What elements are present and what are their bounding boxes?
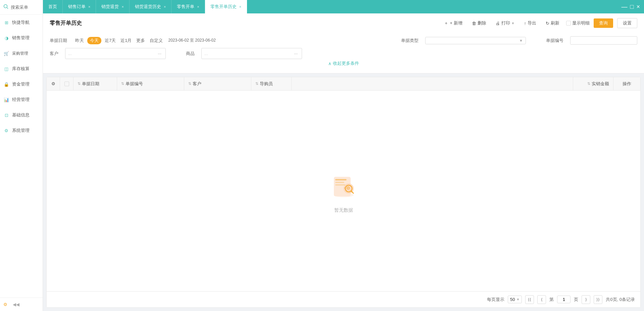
print-button[interactable]: 🖨 打印 ▼ — [493, 19, 517, 28]
filter-row-1: 单据日期 昨天 今天 近7天 近1月 更多 自定义 2023-06-02 至 2… — [50, 36, 637, 45]
th-checkbox[interactable] — [60, 77, 73, 90]
settings-button[interactable]: 设置 — [617, 18, 637, 28]
window-controls: — □ × — [622, 0, 644, 13]
sidebar-item-kuaijie[interactable]: ⊞ 快捷导航 — [0, 15, 43, 30]
sidebar-item-label: 资金管理 — [12, 81, 30, 87]
date-label: 单据日期 — [50, 38, 67, 44]
sidebar-item-kucun[interactable]: ◫ 库存核算 — [0, 61, 43, 76]
window-close[interactable]: × — [636, 3, 640, 10]
goods-ellipsis[interactable]: ··· — [293, 50, 299, 57]
show-detail-checkbox[interactable]: 显示明细 — [566, 20, 590, 26]
tab-retail-open[interactable]: 零售开单 × — [171, 0, 205, 13]
date-opt-1month[interactable]: 近1月 — [119, 37, 133, 44]
th-date[interactable]: ⇅ 单据日期 — [73, 77, 117, 90]
add-button[interactable]: ＋ + 新增 — [441, 19, 465, 28]
sidebar-item-jingying[interactable]: 📊 经营管理 — [0, 92, 43, 107]
th-guide[interactable]: ⇅ 导购员 — [251, 77, 292, 90]
settings-bottom-icon[interactable]: ⚙ — [3, 302, 7, 307]
sidebar-search[interactable]: 搜索采单 — [0, 0, 43, 15]
delete-button[interactable]: 🗑 删除 — [469, 19, 489, 28]
date-opt-more[interactable]: 更多 — [135, 37, 146, 44]
doc-type-select[interactable]: ▼ — [425, 37, 526, 44]
sidebar-search-label: 搜索采单 — [11, 4, 28, 10]
page-first-btn[interactable]: ⟨⟨ — [525, 295, 534, 304]
refresh-icon: ↻ — [546, 21, 549, 26]
tab-retail-open-close[interactable]: × — [197, 5, 199, 9]
sidebar-item-label: 基础信息 — [12, 112, 30, 118]
window-minimize[interactable]: — — [622, 3, 628, 10]
sidebar-item-xiaoshou[interactable]: ◑ 销售管理 — [0, 30, 43, 46]
sidebar-item-xitong[interactable]: ⚙ 系统管理 — [0, 123, 43, 138]
page-size-value: 50 — [510, 297, 515, 302]
page-next-btn[interactable]: ⟩ — [582, 295, 590, 304]
tab-home[interactable]: 首页 — [43, 0, 63, 13]
th-customer-label: 客户 — [193, 81, 201, 87]
query-button[interactable]: 查询 — [594, 18, 613, 28]
goods-label: 商品 — [186, 51, 195, 57]
main-area: 首页 销售订单 × 销货退货 × 销货退货历史 × 零售开单 × 零售开单历史 … — [43, 0, 644, 311]
sidebar-item-jichu[interactable]: ⊡ 基础信息 — [0, 107, 43, 123]
svg-point-0 — [4, 5, 7, 8]
sidebar-item-zijin[interactable]: 🔒 资金管理 — [0, 76, 43, 92]
page-num-input[interactable] — [557, 296, 571, 303]
tab-sales-return-history[interactable]: 销货退货历史 × — [130, 0, 171, 13]
filter-row-2: 客户 ... ··· 商品 ... ··· — [50, 48, 637, 59]
empty-state: 暂无数据 — [47, 91, 640, 291]
tab-sales-order-close[interactable]: × — [88, 5, 90, 9]
show-detail-label: 显示明细 — [572, 20, 590, 26]
print-icon: 🖨 — [496, 21, 500, 26]
page-title-row: 零售开单历史 ＋ + 新增 🗑 删除 🖨 打印 ▼ — [50, 18, 637, 28]
date-opt-custom[interactable]: 自定义 — [148, 37, 164, 44]
th-checkbox-box — [64, 82, 69, 86]
collapse-more-conditions[interactable]: ∧ 收起更多条件 — [50, 59, 637, 69]
tab-sales-return-close[interactable]: × — [121, 5, 123, 9]
tab-sales-return-history-close[interactable]: × — [164, 5, 166, 9]
export-button[interactable]: ↑ 导出 — [522, 19, 539, 28]
customer-label: 客户 — [50, 51, 58, 57]
date-opt-7days[interactable]: 近7天 — [103, 37, 117, 44]
tab-sales-order[interactable]: 销售订单 × — [63, 0, 96, 13]
doc-no-input[interactable] — [570, 36, 637, 45]
page-prev-btn[interactable]: ⟨ — [537, 295, 546, 304]
empty-text: 暂无数据 — [334, 207, 353, 213]
page-total: 共0页, 0条记录 — [606, 297, 635, 303]
th-amount[interactable]: ⇅ 实销金额 — [573, 77, 613, 90]
lock-icon: 🔒 — [3, 81, 9, 87]
chevron-up-icon: ∧ — [328, 61, 332, 66]
th-amount-label: 实销金额 — [592, 81, 609, 87]
sidebar-item-caigou[interactable]: 🛒 采购管理 — [0, 46, 43, 61]
sidebar-item-label: 库存核算 — [12, 66, 30, 72]
goods-value: ... — [204, 51, 291, 56]
cart-icon: 🛒 — [3, 50, 9, 56]
page-size-select[interactable]: 50 ▼ — [508, 296, 522, 303]
window-maximize[interactable]: □ — [630, 3, 634, 10]
th-customer[interactable]: ⇅ 客户 — [184, 77, 251, 90]
customer-ellipsis[interactable]: ··· — [156, 50, 163, 57]
th-order-no[interactable]: ⇅ 单据编号 — [117, 77, 184, 90]
export-label: 导出 — [528, 20, 536, 26]
tab-retail-open-history[interactable]: 零售开单历史 × — [205, 0, 247, 13]
page-label: 第 — [549, 297, 554, 303]
page-last-btn[interactable]: ⟩⟩ — [594, 295, 602, 304]
svg-rect-5 — [335, 182, 344, 183]
tab-sales-return-history-label: 销货退货历史 — [135, 4, 161, 10]
date-opt-today[interactable]: 今天 — [87, 37, 101, 44]
customer-select[interactable]: ... ··· — [65, 48, 166, 59]
collapse-sidebar-icon[interactable]: ◀◀ — [13, 302, 19, 307]
tab-sales-order-label: 销售订单 — [68, 4, 86, 10]
sort-icon-amount: ⇅ — [587, 82, 590, 86]
refresh-button[interactable]: ↻ 刷新 — [543, 19, 562, 28]
tab-retail-open-history-close[interactable]: × — [239, 5, 241, 9]
sidebar-item-label: 系统管理 — [12, 127, 30, 134]
sidebar-item-label: 快捷导航 — [12, 19, 30, 25]
tab-sales-return[interactable]: 销货退货 × — [96, 0, 129, 13]
th-settings[interactable]: ⚙ — [47, 77, 60, 90]
date-opt-yesterday[interactable]: 昨天 — [74, 37, 85, 44]
sidebar-item-label: 采购管理 — [12, 51, 28, 56]
page-unit: 页 — [574, 297, 578, 303]
add-icon: ＋ — [444, 20, 448, 26]
goods-select[interactable]: ... ··· — [201, 48, 302, 59]
add-label: + 新增 — [450, 20, 462, 26]
tab-retail-open-label: 零售开单 — [177, 4, 194, 10]
svg-line-1 — [7, 8, 8, 9]
